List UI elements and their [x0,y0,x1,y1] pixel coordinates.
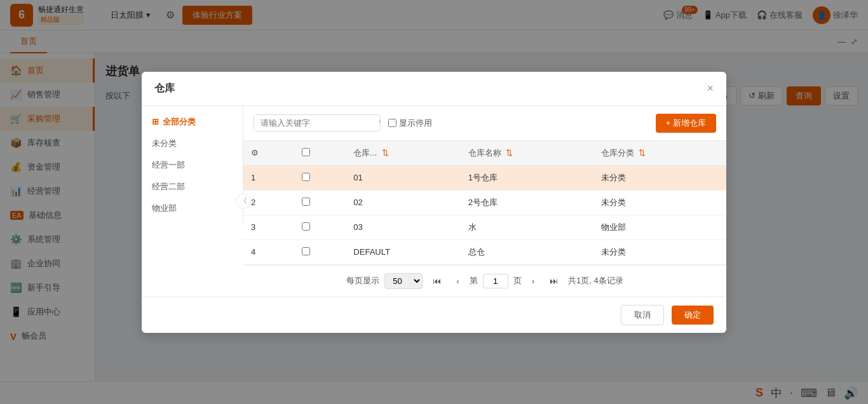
row-no: 4 [243,239,294,264]
grid-icon: ⊞ [152,117,159,126]
col-settings: ⚙ [243,141,294,166]
table-row[interactable]: 4 DEFAULT 总仓 未分类 [243,239,726,264]
show-disabled-checkbox[interactable] [388,119,397,127]
page-label: 第 [470,275,478,286]
modal-overlay: 仓库 × ⊞ 全部分类 未分类 经营一部 经营二部 物业部 《 [0,0,868,404]
category-all[interactable]: ⊞ 全部分类 [142,111,243,133]
show-disabled-label: 显示停用 [399,118,432,129]
row-name: 1号仓库 [461,165,593,190]
table-row[interactable]: 2 02 2号仓库 未分类 [243,190,726,215]
col-code-label: 仓库... [353,148,377,158]
new-warehouse-btn[interactable]: + 新增仓库 [656,114,716,133]
search-box: 🔍 [254,114,381,131]
table-row[interactable]: 1 01 1号仓库 未分类 [243,165,726,190]
table-header-row: ⚙ 仓库... ⇅ 仓库名称 ⇅ [243,141,726,166]
total-label: 共1页, 4条记录 [568,275,623,286]
category-item[interactable]: 经营一部 [142,154,243,176]
table-scroll: ⚙ 仓库... ⇅ 仓库名称 ⇅ [243,141,726,265]
table-panel: 🔍 显示停用 + 新增仓库 ⚙ [243,106,726,297]
modal-title: 仓库 [154,82,175,95]
row-no: 3 [243,215,294,239]
cancel-btn[interactable]: 取消 [621,305,664,325]
category-all-label: 全部分类 [163,116,196,128]
per-page-label: 每页显示 [346,275,379,286]
sort-icon: ⇅ [639,148,646,158]
warehouse-modal: 仓库 × ⊞ 全部分类 未分类 经营一部 经营二部 物业部 《 [142,72,726,333]
row-no: 2 [243,190,294,215]
modal-close-btn[interactable]: × [707,82,714,95]
collapse-panel-btn[interactable]: 《 [236,194,251,209]
row-checkbox[interactable] [294,215,346,239]
page-next-btn[interactable]: › [527,274,539,288]
category-item[interactable]: 物业部 [142,198,243,219]
sort-icon: ⇅ [382,148,389,158]
row-category: 未分类 [593,165,726,190]
warehouse-table: ⚙ 仓库... ⇅ 仓库名称 ⇅ [243,141,726,265]
row-category: 未分类 [593,239,726,264]
row-name: 总仓 [461,239,593,264]
page-prev-btn[interactable]: ‹ [451,274,464,288]
row-code: DEFAULT [346,239,460,264]
table-toolbar: 🔍 显示停用 + 新增仓库 [243,106,726,141]
row-name: 水 [461,215,593,239]
page-first-btn[interactable]: ⏮ [428,274,446,288]
page-suffix: 页 [513,275,522,286]
show-disabled-toggle[interactable]: 显示停用 [388,118,432,129]
row-select-checkbox[interactable] [302,247,310,255]
per-page-select[interactable]: 50 20 100 [384,273,423,289]
category-panel-wrapper: ⊞ 全部分类 未分类 经营一部 经营二部 物业部 《 [142,106,243,297]
col-category: 仓库分类 ⇅ [593,141,726,166]
row-code: 02 [346,190,460,215]
pagination: 每页显示 50 20 100 ⏮ ‹ 第 1 页 › ⏭ 共1页, 4条记录 [243,265,726,297]
col-code: 仓库... ⇅ [346,141,460,166]
category-panel: ⊞ 全部分类 未分类 经营一部 经营二部 物业部 [142,106,243,224]
modal-header: 仓库 × [142,72,726,106]
row-select-checkbox[interactable] [302,222,310,231]
row-checkbox[interactable] [294,190,346,215]
modal-footer: 取消 确定 [142,297,726,333]
row-select-checkbox[interactable] [302,198,310,206]
col-category-label: 仓库分类 [601,148,634,158]
row-select-checkbox[interactable] [302,173,310,181]
col-checkbox [294,141,346,166]
table-body: 1 01 1号仓库 未分类 2 02 2号仓库 [243,165,726,264]
search-input[interactable] [254,115,374,131]
row-no: 1 [243,165,294,190]
page-input[interactable]: 1 [483,274,508,288]
sort-icon: ⇅ [506,148,513,158]
confirm-btn[interactable]: 确定 [672,306,714,325]
row-checkbox[interactable] [294,165,346,190]
category-item[interactable]: 未分类 [142,133,243,154]
row-code: 03 [346,215,460,239]
category-item[interactable]: 经营二部 [142,176,243,198]
table-head: ⚙ 仓库... ⇅ 仓库名称 ⇅ [243,141,726,166]
row-category: 未分类 [593,190,726,215]
col-name: 仓库名称 ⇅ [461,141,593,166]
modal-body: ⊞ 全部分类 未分类 经营一部 经营二部 物业部 《 🔍 [142,106,726,297]
row-name: 2号仓库 [461,190,593,215]
select-all-checkbox[interactable] [302,148,310,156]
row-checkbox[interactable] [294,239,346,264]
row-category: 物业部 [593,215,726,239]
search-btn[interactable]: 🔍 [374,115,381,131]
table-row[interactable]: 3 03 水 物业部 [243,215,726,239]
col-name-label: 仓库名称 [468,148,501,158]
row-code: 01 [346,165,460,190]
page-last-btn[interactable]: ⏭ [545,274,563,288]
